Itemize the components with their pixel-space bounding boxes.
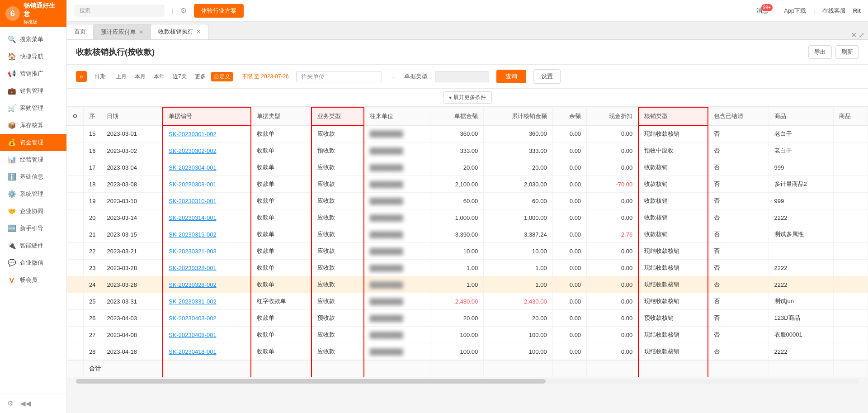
- sidebar-item-basic[interactable]: ℹ️ 基础信息: [0, 168, 66, 185]
- td-product2: [834, 327, 868, 343]
- td-biz-type: 应收款: [311, 243, 363, 260]
- bill-no-link[interactable]: SK-20230301-002: [169, 131, 217, 138]
- th-bill-amount: 单据金额: [430, 107, 484, 125]
- table-container[interactable]: ⚙ 序 日期 单据编号 单据类型 业务类型 往来单位 单据金额 累计核销金额 余…: [67, 107, 868, 413]
- date-more[interactable]: 更多: [192, 72, 208, 81]
- td-gear[interactable]: [67, 226, 84, 243]
- filter-settings-button[interactable]: 设置: [533, 69, 561, 84]
- td-biz-type: 应收款: [311, 276, 363, 293]
- td-bill-type: 收款单: [251, 159, 312, 176]
- bill-no-link[interactable]: SK-20230328-001: [169, 265, 217, 271]
- th-writeoff-type: 核销类型: [638, 107, 708, 125]
- date-this-month[interactable]: 本月: [132, 72, 148, 81]
- settings-bottom-icon[interactable]: ⚙: [7, 399, 13, 408]
- td-gear[interactable]: [67, 276, 84, 293]
- refresh-button[interactable]: 刷新: [835, 45, 859, 59]
- notification-area[interactable]: 消息 99+: [756, 7, 768, 15]
- sidebar-item-sales[interactable]: 💼 销售管理: [0, 82, 66, 100]
- tab-receivable-label: 预计应应付单: [101, 28, 136, 36]
- sidebar-item-hardware[interactable]: 🔌 智能硬件: [0, 237, 66, 254]
- td-gear[interactable]: [67, 327, 84, 343]
- expand-tab-icon[interactable]: ⤢: [859, 31, 864, 39]
- filter-toggle-button[interactable]: »: [76, 71, 87, 82]
- bill-no-link[interactable]: SK-20230408-001: [169, 332, 217, 338]
- td-gear[interactable]: [67, 125, 84, 142]
- date-7days[interactable]: 近7天: [170, 72, 189, 81]
- td-cash-discount: 0.00: [587, 293, 639, 310]
- bill-no-link[interactable]: SK-20230418-001: [169, 348, 217, 355]
- sidebar-item-marketing[interactable]: 📢 营销推广: [0, 65, 66, 82]
- td-accum-writeoff: 60.00: [484, 193, 552, 209]
- bill-no-link[interactable]: SK-20230328-002: [169, 281, 217, 288]
- tab-writeoff[interactable]: 收款核销执行 ✕: [151, 24, 208, 39]
- td-gear[interactable]: [67, 193, 84, 209]
- td-writeoff-type: 收款核销: [638, 193, 708, 209]
- export-button[interactable]: 导出: [808, 45, 832, 59]
- date-custom[interactable]: 自定义: [211, 72, 233, 81]
- td-bill-amount: 20.00: [430, 159, 484, 176]
- counterparty-input[interactable]: [296, 71, 382, 82]
- bill-no-link[interactable]: SK-20230314-001: [169, 214, 217, 221]
- td-bill-amount: 10.00: [430, 243, 484, 260]
- sidebar-item-search[interactable]: 🔍 搜索菜单: [0, 31, 66, 48]
- td-gear[interactable]: [67, 243, 84, 260]
- th-cash-discount: 现金折扣: [587, 107, 639, 125]
- sidebar-item-operations[interactable]: 📊 经营管理: [0, 151, 66, 168]
- hardware-icon: 🔌: [7, 242, 16, 250]
- table-row: 24 2023-03-28 SK-20230328-002 收款单 应收款 ██…: [67, 276, 868, 293]
- expand-filters-button[interactable]: ▾ 展开更多条件: [443, 91, 492, 104]
- td-counterparty: ████████: [364, 125, 430, 142]
- bill-no-link[interactable]: SK-20230310-001: [169, 198, 217, 204]
- industry-solution-button[interactable]: 体验行业方案: [194, 4, 244, 18]
- bill-no-link[interactable]: SK-20230304-001: [169, 164, 217, 171]
- sidebar-item-purchase[interactable]: 🛒 采购管理: [0, 100, 66, 117]
- td-gear[interactable]: [67, 176, 84, 193]
- bill-no-link[interactable]: SK-20230308-001: [169, 181, 217, 188]
- td-accum-writeoff: 1,000.00: [484, 209, 552, 226]
- td-balance: 0.00: [552, 159, 586, 176]
- tab-receivable[interactable]: 预计应应付单 ✕: [94, 24, 151, 39]
- tab-writeoff-close[interactable]: ✕: [196, 28, 201, 35]
- td-gear[interactable]: [67, 310, 84, 327]
- td-bill-type: 收款单: [251, 343, 312, 361]
- sidebar-item-guide[interactable]: 🆕 新手引导: [0, 220, 66, 237]
- tab-home[interactable]: 首页: [67, 24, 94, 39]
- bill-no-link[interactable]: SK-20230315-002: [169, 231, 217, 238]
- sidebar-item-enterprise[interactable]: 🤝 企业协同: [0, 203, 66, 220]
- user-name[interactable]: Rit: [853, 7, 861, 14]
- td-gear[interactable]: [67, 159, 84, 176]
- td-gear[interactable]: [67, 260, 84, 276]
- sidebar-item-wechat[interactable]: 💬 企业微信: [0, 254, 66, 271]
- sidebar-item-member[interactable]: V 畅会员: [0, 271, 66, 289]
- td-product2: [834, 260, 868, 276]
- date-this-year[interactable]: 本年: [151, 72, 167, 81]
- date-last-month[interactable]: 上月: [113, 72, 129, 81]
- tab-receivable-close[interactable]: ✕: [139, 29, 143, 35]
- page-header-buttons: 导出 刷新: [808, 45, 859, 59]
- bill-no-link[interactable]: SK-20230403-002: [169, 315, 217, 322]
- gear-icon[interactable]: ⚙: [180, 6, 187, 15]
- app-download-link[interactable]: App下载: [784, 7, 806, 15]
- td-gear[interactable]: [67, 343, 84, 361]
- online-service-link[interactable]: 在线客服: [822, 7, 846, 15]
- sidebar-item-finance[interactable]: 💰 资金管理: [0, 134, 66, 151]
- td-gear[interactable]: [67, 293, 84, 310]
- tabbar: 首页 预计应应付单 ✕ 收款核销执行 ✕ ✕ ⤢: [67, 22, 868, 40]
- collapse-icon[interactable]: ◀◀: [20, 399, 31, 408]
- td-date: 2023-03-21: [101, 243, 163, 260]
- marketing-icon: 📢: [7, 70, 16, 78]
- sidebar-item-nav[interactable]: 🏠 快捷导航: [0, 48, 66, 65]
- th-gear[interactable]: ⚙: [67, 107, 84, 125]
- close-tab-icon[interactable]: ✕: [851, 31, 857, 39]
- bill-no-link[interactable]: SK-20230302-002: [169, 147, 217, 154]
- sidebar-item-inventory[interactable]: 📦 库存核算: [0, 117, 66, 134]
- td-bill-no: SK-20230310-001: [163, 193, 251, 209]
- td-gear[interactable]: [67, 142, 84, 159]
- td-seq: 19: [84, 193, 101, 209]
- bill-no-link[interactable]: SK-20230331-002: [169, 298, 217, 305]
- query-button[interactable]: 查询: [496, 70, 526, 83]
- td-gear[interactable]: [67, 209, 84, 226]
- bill-type-select[interactable]: [435, 71, 489, 82]
- sidebar-item-system[interactable]: ⚙️ 系统管理: [0, 185, 66, 203]
- bill-no-link[interactable]: SK-20230321-003: [169, 248, 217, 255]
